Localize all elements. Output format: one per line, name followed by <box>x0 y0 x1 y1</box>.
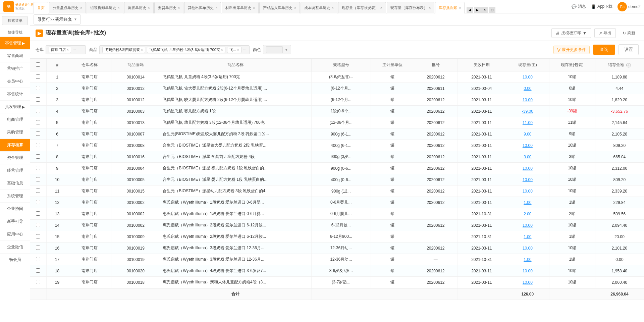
color-input[interactable]: ▼ <box>263 45 291 54</box>
close-icon[interactable]: × <box>215 6 217 10</box>
user-info[interactable]: Ea demo2 <box>618 2 641 11</box>
sidebar-item-wechat-work[interactable]: 企业微信 <box>0 241 30 254</box>
qty-link[interactable]: 10.00 <box>523 98 533 102</box>
select-all-checkbox[interactable] <box>36 62 40 67</box>
row-checkbox[interactable] <box>36 97 40 102</box>
qty-link[interactable]: 3.00 <box>524 155 531 159</box>
sidebar-item-guide[interactable]: 新手引导 <box>0 215 30 228</box>
row-checkbox[interactable] <box>36 109 40 113</box>
close-icon[interactable]: × <box>380 6 382 10</box>
close-icon[interactable]: × <box>294 6 296 10</box>
row-checkbox[interactable] <box>36 223 40 227</box>
sidebar-item-finance[interactable]: 资金管理 <box>0 152 30 164</box>
refresh-button[interactable]: ↻ 刷新 <box>619 29 639 38</box>
row-checkbox[interactable] <box>36 200 40 204</box>
qty-link[interactable]: 10.00 <box>523 189 533 194</box>
settings-button[interactable]: 设置 <box>619 44 639 55</box>
quick-nav-button[interactable]: 快捷导航 <box>0 28 30 37</box>
row-checkbox[interactable] <box>36 74 40 79</box>
row-checkbox[interactable] <box>36 246 40 250</box>
row-checkbox[interactable] <box>36 280 40 284</box>
tab-more-button[interactable]: ⊡ <box>489 7 495 13</box>
tab-xiancunliang1[interactable]: 现存量（库存状况表） × <box>338 2 386 13</box>
tab-qitachuku[interactable]: 其他出库单历史 × <box>184 2 221 13</box>
info-icon[interactable]: ⓘ <box>626 63 631 67</box>
qty-link[interactable]: 10.00 <box>523 166 533 171</box>
tag-remove-icon[interactable]: × <box>237 48 239 52</box>
search-menu-button[interactable]: 搜索菜单 <box>2 16 28 25</box>
expand-more-button[interactable]: ⋁ 展开更多条件 <box>553 46 590 54</box>
row-checkbox[interactable] <box>36 166 40 170</box>
close-icon[interactable]: × <box>459 6 461 10</box>
row-checkbox[interactable] <box>36 234 40 238</box>
sidebar-item-member[interactable]: 会员中心 <box>0 75 30 88</box>
warehouse-input[interactable]: 南岸门店 × ··· <box>46 45 86 54</box>
qty-link[interactable]: 10.00 <box>523 223 533 228</box>
sidebar-item-marketing[interactable]: 营销推广 <box>0 62 30 75</box>
close-icon[interactable]: × <box>80 6 82 10</box>
qty-link[interactable]: 10.00 <box>523 269 533 273</box>
sidebar-item-system[interactable]: 系统管理 <box>0 190 30 203</box>
sidebar-item-operation[interactable]: 经营管理 <box>0 164 30 177</box>
sidebar-item-enterprise[interactable]: 企业协同 <box>0 203 30 215</box>
tab-diaobo[interactable]: 调拨单历史 × <box>124 2 154 13</box>
sidebar-item-basic-info[interactable]: 基础信息 <box>0 177 30 190</box>
print-button[interactable]: 🖨 按模板打印 ▼ <box>551 28 591 38</box>
row-checkbox[interactable] <box>36 268 40 273</box>
sidebar-item-app-center[interactable]: 应用中心 <box>0 228 30 241</box>
sidebar-item-retail-mgmt[interactable]: 零售管理 ▶ <box>0 37 30 50</box>
tab-chenbenzhengdan[interactable]: 成本调整单历史 × <box>301 2 337 13</box>
tab-cailiaochuku[interactable]: 材料出库单历史 × <box>222 2 259 13</box>
qty-link[interactable]: 1.00 <box>524 200 531 205</box>
row-checkbox[interactable] <box>36 257 40 261</box>
tab-home[interactable]: 首页 <box>34 2 48 13</box>
export-button[interactable]: ↗ 导出 <box>594 28 616 38</box>
tab-prev-button[interactable]: ◀ <box>467 7 473 13</box>
tag-remove-icon[interactable]: × <box>221 48 223 52</box>
row-checkbox[interactable] <box>36 143 40 147</box>
message-button[interactable]: 💬 消息 <box>572 4 586 9</box>
row-checkbox[interactable] <box>36 120 40 124</box>
qty-link[interactable]: -39.00 <box>522 109 533 114</box>
close-icon[interactable]: × <box>332 6 334 10</box>
qty-link[interactable]: 10.00 <box>523 246 533 251</box>
tag-remove-icon[interactable]: × <box>141 48 143 52</box>
close-icon[interactable]: × <box>118 6 120 10</box>
row-checkbox[interactable] <box>36 211 40 216</box>
qty-link[interactable]: 9.00 <box>524 132 531 137</box>
qty-link[interactable]: 1.00 <box>524 234 531 239</box>
tab-chanchengpinruku[interactable]: 产成品入库单历史 × <box>259 2 300 13</box>
tab-kucunpicichan[interactable]: 库存批次账 × <box>435 2 465 13</box>
row-checkbox[interactable] <box>36 131 40 136</box>
qty-link[interactable]: 10.00 <box>523 177 533 182</box>
sidebar-item-inventory[interactable]: 库存核算 <box>0 139 30 152</box>
tab-fenliangpandian[interactable]: 分量盘点单历史 × <box>49 2 86 13</box>
qty-link[interactable]: 10.00 <box>523 280 533 285</box>
tab-next-button[interactable]: ▶ <box>474 7 481 13</box>
row-checkbox[interactable] <box>36 86 40 90</box>
row-checkbox[interactable] <box>36 189 40 193</box>
tag-remove-icon[interactable]: × <box>67 48 69 52</box>
search-button[interactable]: 查询 <box>593 45 615 55</box>
qty-link[interactable]: 0.00 <box>524 86 531 91</box>
qty-link[interactable]: 2.00 <box>524 212 531 216</box>
close-icon[interactable]: × <box>178 6 180 10</box>
expand-filter-button[interactable]: ▶ <box>36 30 43 37</box>
close-icon[interactable]: × <box>429 6 431 10</box>
tab-yaohuo[interactable]: 要货单历史 × <box>154 2 184 13</box>
sidebar-item-retail-store[interactable]: 零售商城 <box>0 50 30 62</box>
sidebar-item-wholesale[interactable]: 批发管理 ▶ <box>0 101 30 113</box>
row-checkbox[interactable] <box>36 177 40 181</box>
sidebar-item-retail-stats[interactable]: 零售统计 <box>0 88 30 101</box>
qty-link[interactable]: 1.00 <box>524 257 531 262</box>
sidebar-item-purchase[interactable]: 采购管理 <box>0 126 30 139</box>
close-icon[interactable]: × <box>148 6 150 10</box>
qty-link[interactable]: 10.00 <box>523 143 533 148</box>
nav-dropdown[interactable]: 母婴行业演示账套 ▼ <box>34 14 81 24</box>
tab-zuzhuangchaijian[interactable]: 组装拆卸单历史 × <box>87 2 123 13</box>
sidebar-item-membership[interactable]: 畅会员 <box>0 254 30 266</box>
close-icon[interactable]: × <box>253 6 255 10</box>
tab-xiancunliang2[interactable]: 现存量（库存分布表） × <box>387 2 435 13</box>
product-input[interactable]: 飞鹤奶粉3段四罐提装 × 飞鹤星飞帆 儿童奶粉 4段(3-6岁适用) 700克 … <box>99 45 250 54</box>
app-download-button[interactable]: 📱 App下载 <box>591 4 612 9</box>
